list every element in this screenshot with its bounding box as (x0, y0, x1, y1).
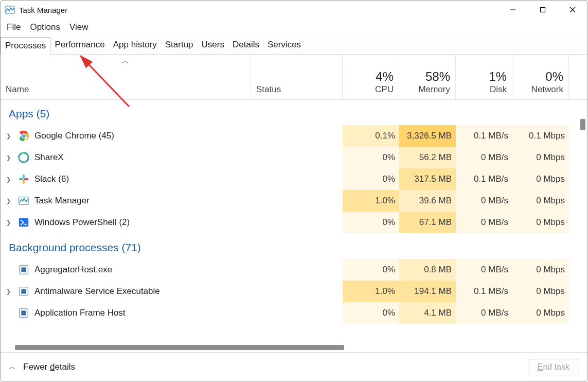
cell-memory: 67.1 MB (399, 212, 456, 233)
header-memory-value: 58% (425, 70, 450, 84)
window-controls (498, 1, 587, 19)
svg-rect-14 (23, 180, 25, 184)
menu-view[interactable]: View (66, 20, 95, 34)
menubar: File Options View (1, 19, 587, 37)
expand-chevron-icon[interactable]: ❯ (4, 133, 13, 140)
tab-services[interactable]: Services (263, 37, 305, 54)
menu-options[interactable]: Options (27, 20, 66, 34)
process-row[interactable]: Application Frame Host0%4.1 MB0 MB/s0 Mb… (1, 302, 578, 324)
cell-memory: 3,326.5 MB (399, 125, 456, 147)
cell-name: ❯Windows PowerShell (2) (1, 212, 251, 233)
cell-disk: 0 MB/s (456, 302, 512, 324)
process-row[interactable]: ❯Slack (6)0%317.5 MB0.1 MB/s0 Mbps (1, 168, 578, 190)
cell-network: 0.1 Mbps (512, 125, 569, 147)
cell-cpu: 0% (343, 168, 399, 190)
process-name: ShareX (34, 152, 64, 163)
cell-name: ❯Task Manager (1, 190, 251, 212)
svg-point-8 (23, 135, 25, 137)
process-row[interactable]: AggregatorHost.exe0%0.8 MB0 MB/s0 Mbps (1, 259, 578, 281)
cell-status (251, 281, 343, 302)
header-name[interactable]: ︿ Name (1, 55, 251, 99)
maximize-button[interactable] (528, 1, 558, 19)
svg-rect-15 (24, 178, 28, 180)
cell-cpu: 0% (343, 302, 399, 324)
cell-name: ❯Slack (6) (1, 168, 251, 190)
svg-rect-13 (19, 178, 23, 180)
fewer-details-toggle[interactable]: ︿ Fewer details (9, 362, 75, 372)
process-name: Slack (6) (34, 174, 69, 184)
minimize-button[interactable] (498, 1, 528, 19)
process-icon (18, 152, 29, 163)
titlebar-left: Task Manager (5, 5, 67, 15)
cell-network: 0 Mbps (512, 281, 569, 302)
cell-status (251, 168, 343, 190)
column-headers: ︿ Name Status 4% CPU 58% Memory 1% Disk … (1, 55, 587, 99)
cell-network: 0 Mbps (512, 212, 569, 233)
process-icon (18, 264, 29, 275)
process-row[interactable]: ❯ShareX0%56.2 MB0 MB/s0 Mbps (1, 147, 578, 168)
process-icon (18, 286, 29, 297)
process-list-viewport: Apps (5)❯Google Chrome (45)0.1%3,326.5 M… (1, 99, 587, 352)
end-task-button[interactable]: End task (528, 359, 579, 375)
process-row[interactable]: ❯Task Manager1.0%39.6 MB0 MB/s0 Mbps (1, 190, 578, 212)
horizontal-scrollbar[interactable] (4, 344, 576, 351)
process-name: Task Manager (34, 196, 90, 206)
process-row[interactable]: ❯Windows PowerShell (2)0%67.1 MB0 MB/s0 … (1, 212, 578, 233)
cell-memory: 0.8 MB (399, 259, 456, 281)
process-icon (18, 130, 29, 142)
tab-performance[interactable]: Performance (50, 37, 109, 54)
process-icon (18, 195, 29, 206)
header-disk[interactable]: 1% Disk (456, 55, 512, 99)
tab-startup[interactable]: Startup (161, 37, 198, 54)
process-row[interactable]: ❯Google Chrome (45)0.1%3,326.5 MB0.1 MB/… (1, 125, 578, 147)
cell-status (251, 212, 343, 233)
group-header[interactable]: Background processes (71) (1, 233, 578, 259)
horizontal-scroll-thumb[interactable] (15, 345, 344, 350)
task-manager-window: Task Manager File Options View Processes… (0, 0, 588, 382)
tab-processes[interactable]: Processes (1, 37, 50, 55)
tab-users[interactable]: Users (198, 37, 228, 54)
header-network[interactable]: 0% Network (512, 55, 569, 99)
close-button[interactable] (558, 1, 587, 19)
process-icon (18, 307, 29, 319)
tab-details[interactable]: Details (228, 37, 263, 54)
header-cpu-value: 4% (376, 70, 394, 84)
process-row[interactable]: ❯Antimalware Service Executable1.0%194.1… (1, 281, 578, 302)
header-network-label: Network (531, 84, 563, 95)
expand-chevron-icon[interactable]: ❯ (4, 154, 13, 161)
cell-memory: 4.1 MB (399, 302, 456, 324)
cell-name: ❯ShareX (1, 147, 251, 168)
header-status[interactable]: Status (251, 55, 343, 99)
process-name: AggregatorHost.exe (34, 265, 112, 275)
header-memory[interactable]: 58% Memory (399, 55, 456, 99)
chevron-up-icon: ︿ (9, 362, 16, 372)
expand-chevron-icon[interactable]: ❯ (4, 288, 13, 295)
cell-status (251, 125, 343, 147)
cell-network: 0 Mbps (512, 190, 569, 212)
header-name-label: Name (6, 84, 245, 95)
vertical-scrollbar[interactable] (579, 101, 586, 341)
cell-memory: 194.1 MB (399, 281, 456, 302)
cell-disk: 0 MB/s (456, 190, 512, 212)
vertical-scroll-thumb[interactable] (580, 119, 585, 130)
svg-point-11 (19, 153, 28, 162)
expand-chevron-icon[interactable]: ❯ (4, 176, 13, 183)
process-icon (18, 173, 29, 185)
header-cpu[interactable]: 4% CPU (343, 55, 399, 99)
cell-cpu: 1.0% (343, 281, 399, 302)
process-grid: Apps (5)❯Google Chrome (45)0.1%3,326.5 M… (1, 99, 578, 343)
header-memory-label: Memory (419, 84, 450, 95)
header-disk-value: 1% (489, 70, 507, 84)
expand-chevron-icon[interactable]: ❯ (4, 198, 13, 204)
cell-disk: 0 MB/s (456, 147, 512, 168)
tab-app-history[interactable]: App history (109, 37, 161, 54)
group-header[interactable]: Apps (5) (1, 99, 578, 125)
cell-cpu: 1.0% (343, 190, 399, 212)
svg-rect-23 (21, 310, 26, 315)
process-name: Application Frame Host (34, 308, 126, 318)
process-name: Antimalware Service Executable (34, 286, 160, 297)
menu-file[interactable]: File (4, 20, 27, 34)
cell-cpu: 0% (343, 147, 399, 168)
cell-name: AggregatorHost.exe (1, 259, 251, 281)
expand-chevron-icon[interactable]: ❯ (4, 219, 13, 226)
